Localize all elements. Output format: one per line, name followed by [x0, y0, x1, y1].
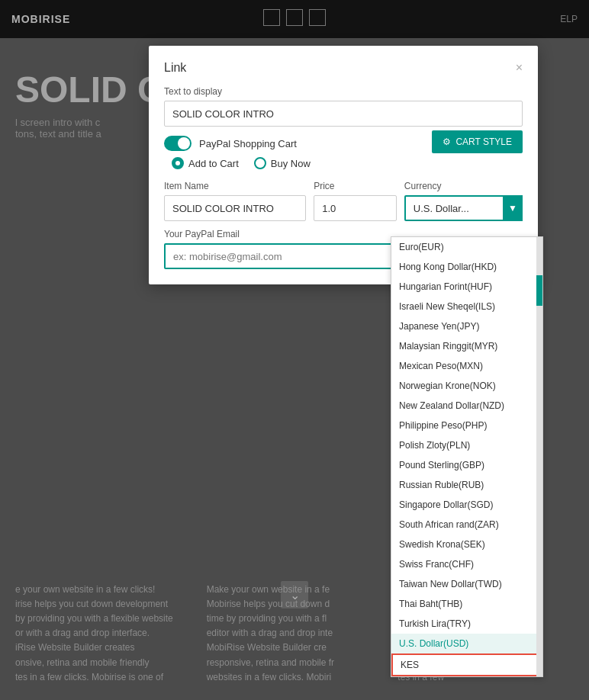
paypal-label: PayPal Shopping Cart	[199, 138, 297, 149]
dropdown-item-thb[interactable]: Thai Baht(THB)	[391, 594, 542, 614]
item-name-label: Item Name	[164, 181, 306, 191]
dropdown-item-sek[interactable]: Swedish Krona(SEK)	[391, 535, 542, 554]
dropdown-item-rub[interactable]: Russian Ruble(RUB)	[391, 475, 542, 495]
add-to-cart-radio-circle	[172, 157, 184, 169]
price-group: Price	[314, 181, 397, 221]
item-name-input[interactable]	[164, 195, 306, 221]
dropdown-item-nok[interactable]: Norwegian Krone(NOK)	[391, 376, 542, 396]
currency-select-wrapper: U.S. Dollar... ▼	[404, 195, 523, 221]
text-to-display-input[interactable]	[164, 101, 523, 127]
gear-icon: ⚙	[443, 136, 451, 147]
dropdown-item-twd[interactable]: Taiwan New Dollar(TWD)	[391, 574, 542, 594]
dropdown-item-huf[interactable]: Hungarian Forint(HUF)	[391, 277, 542, 297]
currency-group: Currency U.S. Dollar... ▼	[404, 181, 523, 221]
paypal-row: PayPal Shopping Cart	[164, 136, 297, 151]
dropdown-item-usd[interactable]: U.S. Dollar(USD)	[391, 634, 542, 653]
cart-style-button[interactable]: ⚙ CART STYLE	[432, 130, 523, 153]
paypal-cart-row: PayPal Shopping Cart ⚙ CART STYLE	[164, 127, 523, 157]
item-name-group: Item Name	[164, 181, 306, 221]
add-to-cart-radio[interactable]: Add to Cart	[172, 157, 239, 169]
paypal-toggle[interactable]	[164, 136, 192, 151]
dropdown-item-pln[interactable]: Polish Zloty(PLN)	[391, 435, 542, 455]
dropdown-item-ils[interactable]: Israeli New Sheqel(ILS)	[391, 297, 542, 316]
dropdown-item-chf[interactable]: Swiss Franc(CHF)	[391, 554, 542, 574]
dropdown-scrollbar	[536, 237, 542, 676]
dropdown-item-zar[interactable]: South African rand(ZAR)	[391, 515, 542, 535]
price-label: Price	[314, 181, 397, 191]
dropdown-item-euro[interactable]: Euro(EUR)	[391, 237, 542, 257]
dropdown-item-nzd[interactable]: New Zealand Dollar(NZD)	[391, 396, 542, 416]
buy-now-radio[interactable]: Buy Now	[254, 157, 311, 169]
dropdown-item-kes[interactable]: KES	[391, 653, 542, 676]
dropdown-item-hkd[interactable]: Hong Kong Dollar(HKD)	[391, 257, 542, 277]
currency-label: Currency	[404, 181, 523, 191]
dropdown-item-php[interactable]: Philippine Peso(PHP)	[391, 416, 542, 435]
dropdown-scrollbar-thumb[interactable]	[536, 275, 542, 306]
dropdown-item-try[interactable]: Turkish Lira(TRY)	[391, 614, 542, 634]
dropdown-item-jpy[interactable]: Japanese Yen(JPY)	[391, 316, 542, 336]
price-input[interactable]	[314, 195, 397, 221]
add-to-cart-label: Add to Cart	[188, 158, 239, 169]
buy-now-radio-circle	[254, 157, 266, 169]
currency-select[interactable]: U.S. Dollar...	[404, 195, 523, 221]
radio-options-row: Add to Cart Buy Now	[164, 157, 523, 169]
dialog-title: Link	[164, 61, 186, 75]
dropdown-item-myr[interactable]: Malaysian Ringgit(MYR)	[391, 336, 542, 356]
currency-dropdown: Euro(EUR) Hong Kong Dollar(HKD) Hungaria…	[391, 236, 543, 677]
text-to-display-label: Text to display	[164, 86, 523, 97]
dialog-header: Link ×	[164, 61, 523, 75]
dropdown-item-gbp[interactable]: Pound Sterling(GBP)	[391, 455, 542, 475]
dropdown-item-mxn[interactable]: Mexican Peso(MXN)	[391, 356, 542, 376]
dropdown-item-sgd[interactable]: Singapore Dollar(SGD)	[391, 495, 542, 515]
buy-now-label: Buy Now	[271, 158, 311, 169]
dialog-close-button[interactable]: ×	[516, 61, 523, 75]
item-price-currency-row: Item Name Price Currency U.S. Dollar... …	[164, 181, 523, 221]
